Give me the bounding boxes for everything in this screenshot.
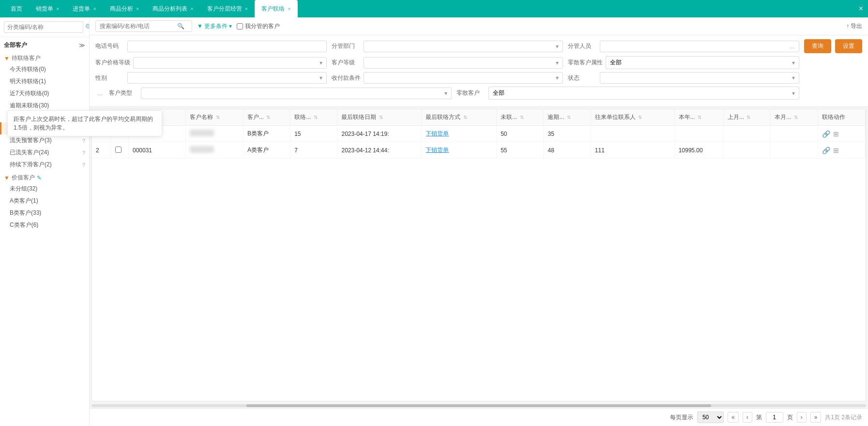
customer-grade-select[interactable]: ▾ [364, 57, 563, 69]
filter-bar: 🔍 ▼ 更多条件 ▾ 我分管的客户 ↑ 导出 [90, 17, 868, 35]
customer-type-select[interactable]: ▾ [141, 88, 452, 99]
dept-chevron-icon: ▾ [556, 43, 559, 50]
first-page-button[interactable]: « [728, 412, 739, 423]
value-customers-edit-icon[interactable]: ✎ [37, 175, 42, 181]
nav-close-product-list[interactable]: × [190, 6, 193, 12]
manager-select[interactable]: … [600, 41, 799, 52]
value-customers-group[interactable]: ▼ 价值客户 ✎ [0, 171, 89, 183]
sort-last-date-icon[interactable]: ⇅ [379, 115, 383, 120]
col-header-type: 客户... ⇅ [243, 109, 290, 126]
query-button[interactable]: 查询 [804, 39, 831, 53]
row2-grid-icon[interactable]: ⊞ [833, 147, 839, 154]
retail-attr-select[interactable]: 全部 ▾ [606, 56, 799, 69]
table-row: 1 000039 B类客户 15 2023-04-17 14:19: 下销货单 [92, 126, 866, 142]
sort-last-month-icon[interactable]: ⇅ [746, 115, 750, 120]
table-header-row: ⚙ 客户编码 ⇅ 客户名称 ⇅ [92, 109, 866, 126]
status-label: 状态 [568, 74, 597, 82]
prev-page-button[interactable]: ‹ [743, 412, 752, 423]
nav-purchase-order[interactable]: 进货单 × [66, 0, 103, 17]
nav-close-sales[interactable]: × [56, 6, 59, 12]
page-number-input[interactable] [766, 412, 783, 423]
retail-customer-filter-cell: 零散客户 全部 ▾ [457, 87, 799, 100]
status-select[interactable]: ▾ [600, 72, 799, 84]
sidebar-item-b-class[interactable]: B类客户(33) [0, 207, 89, 219]
sort-overdue-icon[interactable]: ⇅ [567, 115, 571, 120]
sort-contact-person-icon[interactable]: ⇅ [638, 115, 642, 120]
export-button[interactable]: ↑ 导出 [846, 22, 862, 30]
lost-warning-help-icon: ? [82, 138, 85, 144]
sidebar-collapse-icon[interactable]: ≫ [79, 42, 85, 49]
close-all-tabs[interactable]: × [859, 4, 863, 13]
status-chevron-icon: ▾ [792, 74, 795, 81]
main-search-icon[interactable]: 🔍 [177, 23, 184, 29]
nav-close-segmentation[interactable]: × [245, 6, 248, 12]
phone-input[interactable] [127, 41, 327, 52]
col-header-last-contact-date: 最后联络日期 ⇅ [337, 109, 422, 126]
row2-contact-method-link[interactable]: 下销货单 [426, 147, 449, 153]
settings-button[interactable]: 设置 [835, 39, 862, 53]
more-conditions-button[interactable]: ▼ 更多条件 ▾ [197, 22, 232, 30]
retail-attr-label: 零散客户属性 [568, 59, 603, 67]
sort-this-year-icon[interactable]: ⇅ [698, 115, 701, 120]
dept-filter-cell: 分管部门 ▾ [332, 41, 563, 52]
my-customers-filter[interactable]: 我分管的客户 [237, 22, 280, 30]
row2-link-icon[interactable]: 🔗 [822, 147, 830, 154]
nav-home[interactable]: 首页 [4, 0, 29, 17]
sidebar-item-7day-pending[interactable]: 近7天待联络(0) [0, 88, 89, 100]
sidebar-item-unclassified[interactable]: 未分组(32) [0, 183, 89, 195]
sidebar-search-button[interactable]: 🔍 [85, 24, 90, 30]
sidebar-search-area: 🔍 [0, 17, 89, 37]
value-arrow-icon: ▼ [4, 175, 10, 181]
row1-contact-person [591, 126, 674, 142]
sidebar-item-today-pending[interactable]: 今天待联络(0) [0, 63, 89, 75]
horizontal-scrollbar[interactable] [90, 403, 868, 408]
export-icon: ↑ [846, 23, 849, 29]
sort-contact-count-icon[interactable]: ⇅ [314, 115, 318, 120]
my-customers-checkbox[interactable] [237, 23, 243, 29]
nav-customer-segmentation[interactable]: 客户分层经营 × [200, 0, 255, 17]
retail-customer-select[interactable]: 全部 ▾ [488, 87, 799, 100]
sidebar-search-input[interactable] [4, 21, 83, 33]
row1-grid-icon[interactable]: ⊞ [833, 130, 839, 138]
nav-close-purchase[interactable]: × [93, 6, 96, 12]
last-page-button[interactable]: » [810, 412, 822, 423]
sort-type-icon[interactable]: ⇅ [266, 115, 270, 120]
dept-select[interactable]: ▾ [364, 41, 563, 52]
sidebar-item-declining[interactable]: 持续下滑客户(2) ? [0, 159, 89, 171]
sidebar-item-a-class[interactable]: A类客户(1) [0, 195, 89, 207]
filter-row-4: ... 客户类型 ▾ 零散客户 全部 ▾ [95, 87, 862, 100]
row2-last-month [724, 142, 771, 159]
sort-last-method-icon[interactable]: ⇅ [463, 115, 467, 120]
price-grade-select[interactable]: ▾ [133, 57, 327, 69]
nav-close-product-analysis[interactable]: × [136, 6, 139, 12]
nav-product-analysis[interactable]: 商品分析 × [103, 0, 146, 17]
gender-select[interactable]: ▾ [127, 72, 327, 84]
row2-num: 2 [92, 142, 111, 159]
customer-grade-chevron-icon: ▾ [556, 59, 559, 66]
sidebar-item-c-class[interactable]: C类客户(6) [0, 219, 89, 231]
nav-product-analysis-list[interactable]: 商品分析列表 × [146, 0, 200, 17]
table-row: 2 000031 A类客户 7 2023-04-12 14:44: 下销货单 [92, 142, 866, 159]
row1-actions: 🔗 ⊞ [818, 126, 865, 142]
nav-close-contact[interactable]: × [288, 6, 290, 12]
main-search-input[interactable] [100, 23, 177, 29]
per-page-select[interactable]: 50 100 200 [697, 411, 724, 423]
sort-uncontacted-icon[interactable]: ⇅ [520, 115, 524, 120]
payment-select[interactable]: ▾ [364, 72, 563, 84]
more-filter-dots[interactable]: ... [97, 90, 102, 97]
nav-customer-contact[interactable]: 客户联络 × [255, 0, 297, 17]
pending-contact-group[interactable]: ▼ 待联络客户 [0, 51, 89, 63]
sort-name-icon[interactable]: ⇅ [216, 115, 220, 120]
sidebar-item-tomorrow-pending[interactable]: 明天待联络(1) [0, 75, 89, 88]
scrollbar-thumb[interactable] [246, 404, 711, 407]
nav-sales-order[interactable]: 销货单 × [29, 0, 66, 17]
chevron-down-icon: ▾ [229, 23, 232, 29]
top-navigation: 首页 销货单 × 进货单 × 商品分析 × 商品分析列表 × 客户分层经营 × … [0, 0, 868, 17]
next-page-button[interactable]: › [797, 412, 807, 423]
row1-contact-method-link[interactable]: 下销货单 [426, 130, 449, 137]
pagination-bar: 每页显示 50 100 200 « ‹ 第 页 › » 共1页 2条记录 [90, 408, 868, 426]
row1-link-icon[interactable]: 🔗 [822, 130, 830, 138]
row2-select-checkbox[interactable] [115, 147, 122, 153]
sidebar-item-already-lost[interactable]: 已流失客户(24) ? [0, 147, 89, 159]
sort-this-month-icon[interactable]: ⇅ [794, 115, 798, 120]
